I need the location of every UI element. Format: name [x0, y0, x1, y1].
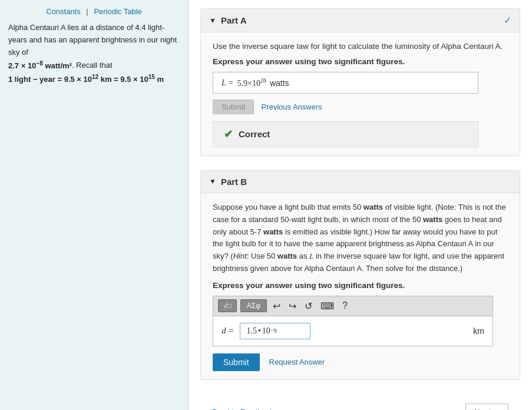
part-a-actions: Submit Previous Answers — [213, 100, 508, 114]
part-b-exp: −9 — [270, 328, 277, 334]
reference-links[interactable]: Constants | Periodic Table — [8, 7, 180, 16]
constants-link[interactable]: Constants — [46, 7, 81, 16]
feedback-link[interactable]: Provide Feedback — [212, 408, 274, 410]
bold-watts-4: watts — [277, 252, 297, 260]
part-a-title-left: ▼ Part A — [209, 15, 247, 25]
toolbar-redo-button[interactable]: ↪ — [286, 299, 299, 313]
part-b-label: Part B — [221, 177, 247, 187]
next-arrow-icon: ▶ — [493, 408, 500, 410]
part-b-unit: km — [473, 326, 484, 336]
toolbar-help-button[interactable]: ? — [340, 299, 350, 312]
toolbar-sqrt-button[interactable]: √□ — [218, 299, 237, 312]
part-a-correct-banner: ✔ Correct — [213, 121, 478, 147]
part-b-chevron-icon: ▼ — [209, 177, 216, 186]
left-panel: Constants | Periodic Table Alpha Centaur… — [0, 0, 189, 410]
part-a-unit: watts — [270, 78, 289, 88]
part-b-header[interactable]: ▼ Part B — [201, 171, 520, 193]
page-footer: Provide Feedback Next ▶ — [200, 394, 520, 410]
correct-label: Correct — [239, 129, 270, 139]
part-b-title-left: ▼ Part B — [209, 177, 247, 187]
part-a-previous-answers-link[interactable]: Previous Answers — [261, 102, 322, 111]
hint-label: Hint — [233, 252, 247, 260]
correct-check-icon: ✔ — [224, 128, 233, 141]
part-b-description: Suppose you have a light bulb that emits… — [213, 201, 508, 275]
brightness-value: 2.7 × 10−8 watt/m² — [8, 61, 72, 70]
part-b-body: Suppose you have a light bulb that emits… — [201, 193, 520, 379]
next-label: Next — [474, 408, 491, 410]
toolbar-reset-button[interactable]: ↺ — [302, 299, 315, 313]
next-button[interactable]: Next ▶ — [465, 404, 508, 410]
sqrt-icon: √□ — [223, 302, 232, 310]
part-b-section: ▼ Part B Suppose you have a light bulb t… — [200, 170, 520, 380]
part-b-submit-button[interactable]: Submit — [213, 353, 260, 371]
bullet-symbol: • — [258, 326, 261, 336]
part-a-instruction: Use the inverse square law for light to … — [213, 41, 508, 52]
part-a-answer-box: L = 5.9×1026 watts — [213, 72, 478, 94]
part-b-value: 1.5 — [246, 326, 257, 336]
part-a-eq-label: L = — [222, 78, 233, 88]
part-a-check-icon: ✓ — [504, 15, 511, 26]
part-b-express-label: Express your answer using two significan… — [213, 281, 508, 290]
toolbar-symbols-button[interactable]: ΑΣφ — [240, 299, 267, 312]
toolbar-undo-button[interactable]: ↩ — [270, 299, 283, 313]
part-b-bottom-actions: Submit Request Answer — [213, 353, 508, 371]
part-a-chevron-icon: ▼ — [209, 16, 216, 25]
part-a-exp: 26 — [260, 77, 266, 84]
part-a-header[interactable]: ▼ Part A ✓ — [201, 9, 520, 32]
part-b-base: 10 — [262, 326, 270, 336]
part-a-submit-button[interactable]: Submit — [213, 100, 254, 114]
problem-description: Alpha Centauri A lies at a distance of 4… — [8, 22, 180, 86]
light-year-eq: 1 light − year = 9.5 × 1012 km = 9.5 × 1… — [8, 75, 164, 84]
request-answer-link[interactable]: Request Answer — [269, 358, 325, 366]
italic-L: L — [309, 252, 313, 260]
link-separator: | — [86, 7, 88, 16]
part-b-input-field[interactable]: 1.5 • 10 −9 — [240, 323, 310, 339]
periodic-table-link[interactable]: Periodic Table — [94, 7, 141, 16]
math-input-row: d = 1.5 • 10 −9 km — [213, 316, 493, 346]
part-a-answer-value: 5.9×1026 — [237, 77, 266, 88]
part-a-label: Part A — [221, 15, 247, 25]
part-a-section: ▼ Part A ✓ Use the inverse square law fo… — [200, 8, 520, 156]
bold-watts-1: watts — [364, 203, 383, 211]
toolbar-keyboard-button[interactable]: ⌨ — [318, 299, 336, 313]
part-a-body: Use the inverse square law for light to … — [201, 32, 520, 156]
part-a-express-label: Express your answer using two significan… — [213, 57, 508, 66]
bold-watts-3: watts — [263, 227, 283, 236]
part-b-eq-label: d = — [222, 326, 234, 336]
bold-watts-2: watts — [423, 215, 442, 224]
math-toolbar: √□ ΑΣφ ↩ ↪ ↺ ⌨ ? — [213, 296, 493, 316]
math-input-container: √□ ΑΣφ ↩ ↪ ↺ ⌨ ? d = 1.5 • 10 −9 — [213, 296, 493, 346]
right-panel: ▼ Part A ✓ Use the inverse square law fo… — [189, 0, 532, 410]
